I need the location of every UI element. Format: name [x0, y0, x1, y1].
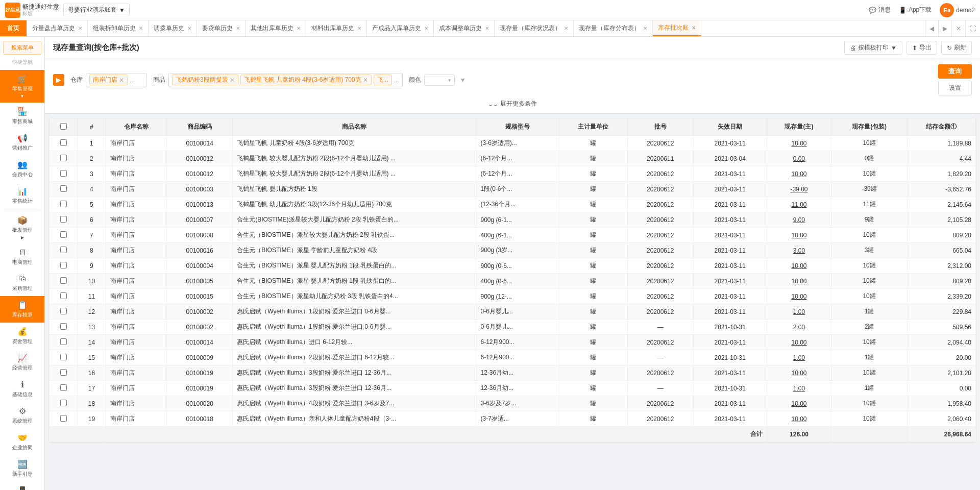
- tab-fullscreen-btn[interactable]: ⛶: [965, 20, 980, 37]
- message-btn[interactable]: 💬 消息: [869, 6, 891, 14]
- tab-yao-huo[interactable]: 要货单历史 ✕: [197, 20, 246, 36]
- tab-close-cheng-ben[interactable]: ✕: [485, 26, 489, 31]
- row-qty[interactable]: -39.00: [767, 182, 831, 197]
- product-ellipsis[interactable]: ...: [394, 77, 399, 84]
- row-checkbox[interactable]: [50, 350, 78, 365]
- sidebar-item-ecommerce[interactable]: 🖥 电商管理: [0, 244, 44, 270]
- row-checkbox[interactable]: [50, 258, 78, 274]
- row-qty[interactable]: 10.00: [767, 289, 831, 304]
- row-qty[interactable]: 3.00: [767, 243, 831, 258]
- query-btn[interactable]: 查询: [938, 64, 972, 79]
- sidebar-item-guide[interactable]: 🆕 新手引导: [0, 455, 44, 482]
- row-qty[interactable]: 10.00: [767, 136, 831, 151]
- row-qty[interactable]: 10.00: [767, 166, 831, 182]
- row-checkbox[interactable]: [50, 274, 78, 289]
- sidebar-item-member[interactable]: 👥 会员中心: [0, 156, 44, 182]
- tab-cheng-ben[interactable]: 成本调整单历史 ✕: [434, 20, 495, 36]
- row-checkbox[interactable]: [50, 166, 78, 182]
- row-checkbox[interactable]: [50, 304, 78, 320]
- remove-warehouse-tag[interactable]: ✕: [119, 77, 124, 84]
- tab-close-xian-cun-fen-bu[interactable]: ✕: [643, 26, 647, 31]
- row-qty[interactable]: 10.00: [767, 228, 831, 243]
- search-menu-btn[interactable]: 搜索菜单: [3, 41, 41, 55]
- tab-close-qi-ta-chu-ku[interactable]: ✕: [297, 26, 301, 31]
- tab-close-zu-zhuang[interactable]: ✕: [139, 26, 143, 31]
- user-avatar[interactable]: Ea demo2: [940, 3, 975, 17]
- sidebar-item-operation[interactable]: 📈 经营管理: [0, 349, 44, 376]
- row-qty[interactable]: 1.00: [767, 350, 831, 365]
- sidebar-item-finance[interactable]: 💰 资金管理: [0, 323, 44, 349]
- sidebar-item-shop[interactable]: 🏪 零售商城: [0, 103, 44, 129]
- sidebar-item-inventory[interactable]: 📋 库存核算: [0, 296, 44, 323]
- warehouse-tag-container[interactable]: 南岸门店 ✕ ...: [86, 73, 147, 87]
- tab-fen-liang[interactable]: 分量盘点单历史 ✕: [27, 20, 88, 36]
- tab-close-ku-cun-pi-ci[interactable]: ✕: [692, 25, 696, 31]
- row-checkbox[interactable]: [50, 243, 78, 258]
- tab-close-diao-bo[interactable]: ✕: [187, 26, 191, 31]
- row-qty[interactable]: 1.00: [767, 304, 831, 320]
- tab-home[interactable]: 首页: [0, 20, 27, 36]
- row-checkbox[interactable]: [50, 289, 78, 304]
- row-checkbox[interactable]: [50, 365, 78, 381]
- tab-prev-btn[interactable]: ◀: [925, 20, 938, 37]
- tab-xian-cun-ku-cun[interactable]: 现存量（库存状况表） ✕: [495, 20, 574, 36]
- row-checkbox[interactable]: [50, 212, 78, 228]
- sidebar-item-app-center[interactable]: 📱 应用中心: [0, 482, 44, 490]
- app-download-btn[interactable]: 📱 App下载: [899, 6, 932, 14]
- row-checkbox[interactable]: [50, 320, 78, 335]
- row-checkbox[interactable]: [50, 381, 78, 396]
- filter-expand-btn[interactable]: ▶: [53, 74, 64, 86]
- color-select[interactable]: [424, 75, 455, 86]
- row-qty[interactable]: 10.00: [767, 335, 831, 350]
- th-checkbox[interactable]: [50, 118, 78, 136]
- tab-close-yao-huo[interactable]: ✕: [236, 26, 240, 31]
- remove-product-tag-1[interactable]: ✕: [230, 77, 235, 84]
- tab-close-chan-cheng-pin[interactable]: ✕: [424, 26, 428, 31]
- template-print-btn[interactable]: 🖨 按模板打印 ▼: [844, 41, 902, 55]
- row-checkbox[interactable]: [50, 136, 78, 151]
- row-qty[interactable]: 10.00: [767, 396, 831, 411]
- row-checkbox[interactable]: [50, 197, 78, 212]
- row-checkbox[interactable]: [50, 396, 78, 411]
- sidebar-item-basic-info[interactable]: ℹ 基础信息: [0, 376, 44, 402]
- tab-close-xian-cun-ku-cun[interactable]: ✕: [564, 26, 568, 31]
- row-checkbox[interactable]: [50, 411, 78, 427]
- warehouse-ellipsis[interactable]: ...: [130, 77, 135, 84]
- row-qty[interactable]: 1.00: [767, 381, 831, 396]
- row-qty[interactable]: 2.00: [767, 320, 831, 335]
- row-qty[interactable]: 9.00: [767, 212, 831, 228]
- company-selector[interactable]: 母婴行业演示账套 ▼: [63, 4, 130, 16]
- row-checkbox[interactable]: [50, 228, 78, 243]
- row-qty[interactable]: 10.00: [767, 258, 831, 274]
- row-checkbox[interactable]: [50, 335, 78, 350]
- sidebar-item-retail-stat[interactable]: 📊 零售统计: [0, 182, 44, 209]
- tab-close-fen-liang[interactable]: ✕: [78, 26, 82, 31]
- tab-close-cai-liao[interactable]: ✕: [357, 26, 361, 31]
- tab-ku-cun-pi-ci[interactable]: 库存批次账 ✕: [653, 20, 701, 36]
- row-qty[interactable]: 11.00: [767, 197, 831, 212]
- sidebar-item-collab[interactable]: 🤝 企业协同: [0, 429, 44, 455]
- tab-chan-cheng-pin[interactable]: 产成品入库单历史 ✕: [367, 20, 434, 36]
- sidebar-item-system[interactable]: ⚙ 系统管理: [0, 402, 44, 429]
- remove-product-tag-2[interactable]: ✕: [363, 77, 368, 84]
- row-qty[interactable]: 10.00: [767, 365, 831, 381]
- tab-diao-bo[interactable]: 调拨单历史 ✕: [149, 20, 197, 36]
- tab-zu-zhuang[interactable]: 组装拆卸单历史 ✕: [88, 20, 149, 36]
- tab-qi-ta-chu-ku[interactable]: 其他出库单历史 ✕: [246, 20, 306, 36]
- setting-btn[interactable]: 设置: [938, 81, 972, 95]
- product-tag-container[interactable]: 飞鹤奶粉3段两提装 ✕ 飞鹤星飞帆 儿童奶粉 4段(3-6岁适用) 700克 ✕…: [168, 73, 403, 87]
- sidebar-item-marketing[interactable]: 📢 营销推广: [0, 129, 44, 156]
- row-qty[interactable]: 10.00: [767, 411, 831, 427]
- expand-more-conditions[interactable]: ⌄⌄ 展开更多条件: [488, 100, 537, 108]
- tab-xian-cun-fen-bu[interactable]: 现存量（库存分布表） ✕: [574, 20, 653, 36]
- tab-cai-liao[interactable]: 材料出库单历史 ✕: [306, 20, 367, 36]
- sidebar-item-purchase[interactable]: 🛍 采购管理: [0, 270, 44, 296]
- tab-close-all-btn[interactable]: ✕: [951, 20, 965, 37]
- tab-next-btn[interactable]: ▶: [938, 20, 951, 37]
- sidebar-item-wholesale[interactable]: 📦 批发管理 ▶: [0, 211, 44, 244]
- row-qty[interactable]: 10.00: [767, 274, 831, 289]
- row-checkbox[interactable]: [50, 151, 78, 166]
- row-checkbox[interactable]: [50, 182, 78, 197]
- export-btn[interactable]: ⬆ 导出: [906, 41, 937, 55]
- select-all-checkbox[interactable]: [60, 123, 67, 130]
